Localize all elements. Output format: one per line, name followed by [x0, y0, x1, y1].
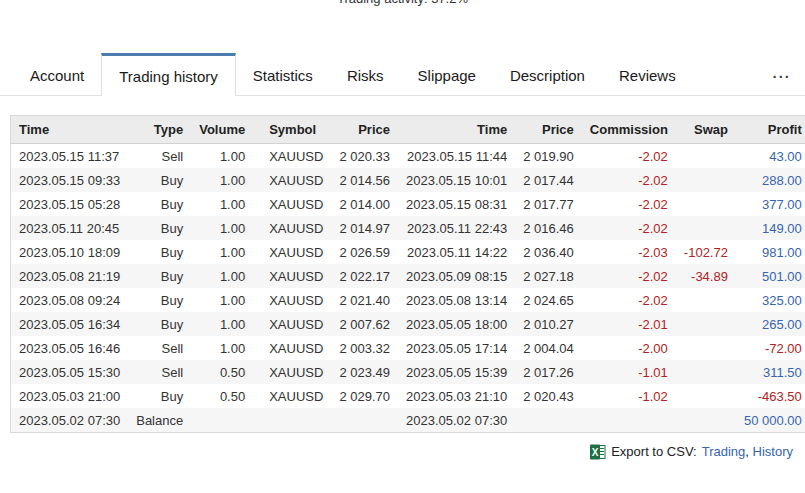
cell-time-close: 2023.05.05 18:00 — [398, 312, 515, 336]
tab-description[interactable]: Description — [493, 53, 602, 95]
cell-price-close: 2 024.65 — [515, 288, 582, 312]
excel-icon[interactable]: X — [590, 444, 606, 460]
cell-price-open: 2 014.56 — [331, 168, 398, 192]
cell-swap — [676, 336, 736, 360]
cell-symbol: XAUUSD — [253, 192, 331, 216]
cell-profit: 311.50 — [736, 360, 805, 384]
cell-swap — [676, 144, 736, 169]
cell-time-close: 2023.05.08 13:14 — [398, 288, 515, 312]
cell-commission: -2.02 — [582, 216, 676, 240]
cell-price-close: 2 017.77 — [515, 192, 582, 216]
cell-price-close: 2 027.18 — [515, 264, 582, 288]
table-row: 2023.05.02 07:30Balance2023.05.02 07:305… — [11, 408, 805, 433]
export-bar: X Export to CSV: Trading, History — [590, 443, 793, 460]
cell-symbol: XAUUSD — [253, 312, 331, 336]
cell-commission: -1.01 — [582, 360, 676, 384]
svg-text:X: X — [592, 446, 599, 457]
cell-type: Buy — [128, 216, 191, 240]
cell-profit: 288.00 — [736, 168, 805, 192]
cell-symbol: XAUUSD — [253, 264, 331, 288]
cell-swap — [676, 288, 736, 312]
cell-type: Buy — [128, 240, 191, 264]
cell-volume: 1.00 — [191, 192, 253, 216]
cell-commission: -2.00 — [582, 336, 676, 360]
cell-price-open: 2 023.49 — [331, 360, 398, 384]
column-header-price-close: Price — [515, 116, 582, 144]
column-header-swap: Swap — [676, 116, 736, 144]
cell-volume: 1.00 — [191, 312, 253, 336]
column-header-volume: Volume — [191, 116, 253, 144]
tab-reviews[interactable]: Reviews — [602, 53, 693, 95]
cell-type: Buy — [128, 312, 191, 336]
cell-swap — [676, 216, 736, 240]
cell-commission: -2.02 — [582, 168, 676, 192]
export-link-history[interactable]: History — [753, 444, 793, 459]
cell-price-close: 2 010.27 — [515, 312, 582, 336]
tab-account[interactable]: Account — [13, 53, 101, 95]
cell-volume: 1.00 — [191, 144, 253, 169]
cell-swap — [676, 312, 736, 336]
cell-time-open: 2023.05.05 16:34 — [11, 312, 129, 336]
table-header-row: TimeTypeVolumeSymbolPriceTimePriceCommis… — [11, 116, 805, 144]
cell-profit: 981.00 — [736, 240, 805, 264]
tab-bar: AccountTrading historyStatisticsRisksSli… — [0, 53, 805, 96]
cell-symbol: XAUUSD — [253, 240, 331, 264]
cell-symbol: XAUUSD — [253, 384, 331, 408]
cell-volume: 1.00 — [191, 216, 253, 240]
cell-time-open: 2023.05.08 09:24 — [11, 288, 129, 312]
cell-commission — [582, 408, 676, 433]
cell-volume: 0.50 — [191, 384, 253, 408]
table-row: 2023.05.05 16:46Sell1.00XAUUSD2 003.3220… — [11, 336, 805, 360]
cell-time-close: 2023.05.05 17:14 — [398, 336, 515, 360]
cell-volume — [191, 408, 253, 433]
cell-profit: 43.00 — [736, 144, 805, 169]
cell-time-close: 2023.05.09 08:15 — [398, 264, 515, 288]
cell-time-open: 2023.05.03 21:00 — [11, 384, 129, 408]
column-header-commission: Commission — [582, 116, 676, 144]
more-tabs-button[interactable]: ... — [772, 65, 791, 84]
cell-commission: -2.02 — [582, 144, 676, 169]
cell-symbol — [253, 408, 331, 433]
table-row: 2023.05.08 09:24Buy1.00XAUUSD2 021.40202… — [11, 288, 805, 312]
cell-symbol: XAUUSD — [253, 336, 331, 360]
cell-volume: 1.00 — [191, 336, 253, 360]
tab-trading-history[interactable]: Trading history — [101, 53, 236, 96]
tab-slippage[interactable]: Slippage — [401, 53, 493, 95]
cell-time-close: 2023.05.11 14:22 — [398, 240, 515, 264]
cell-type: Buy — [128, 264, 191, 288]
cell-time-open: 2023.05.11 20:45 — [11, 216, 129, 240]
cell-symbol: XAUUSD — [253, 168, 331, 192]
cell-volume: 0.50 — [191, 360, 253, 384]
cell-time-open: 2023.05.10 18:09 — [11, 240, 129, 264]
export-links-separator: , — [745, 444, 749, 459]
table-row: 2023.05.05 15:30Sell0.50XAUUSD2 023.4920… — [11, 360, 805, 384]
cell-time-open: 2023.05.15 11:37 — [11, 144, 129, 169]
cell-profit: 265.00 — [736, 312, 805, 336]
cell-price-close: 2 016.46 — [515, 216, 582, 240]
cell-type: Buy — [128, 288, 191, 312]
cell-time-close: 2023.05.02 07:30 — [398, 408, 515, 433]
column-header-symbol: Symbol — [253, 116, 331, 144]
export-link-trading[interactable]: Trading — [702, 444, 746, 459]
cell-time-close: 2023.05.05 15:39 — [398, 360, 515, 384]
cell-symbol: XAUUSD — [253, 216, 331, 240]
cell-time-open: 2023.05.15 05:28 — [11, 192, 129, 216]
cell-price-open: 2 021.40 — [331, 288, 398, 312]
cell-price-open: 2 014.97 — [331, 216, 398, 240]
cell-swap: -34.89 — [676, 264, 736, 288]
cell-price-close: 2 017.44 — [515, 168, 582, 192]
cell-commission: -2.03 — [582, 240, 676, 264]
export-label: Export to CSV: — [611, 444, 697, 459]
cell-type: Sell — [128, 336, 191, 360]
table-row: 2023.05.15 11:37Sell1.00XAUUSD2 020.3320… — [11, 144, 805, 169]
table-row: 2023.05.15 05:28Buy1.00XAUUSD2 014.00202… — [11, 192, 805, 216]
cell-time-close: 2023.05.11 22:43 — [398, 216, 515, 240]
tab-risks[interactable]: Risks — [330, 53, 401, 95]
table-row: 2023.05.11 20:45Buy1.00XAUUSD2 014.97202… — [11, 216, 805, 240]
cell-profit: -72.00 — [736, 336, 805, 360]
tab-statistics[interactable]: Statistics — [236, 53, 330, 95]
column-header-time-open: Time — [11, 116, 129, 144]
cell-volume: 1.00 — [191, 264, 253, 288]
cell-type: Sell — [128, 360, 191, 384]
cell-commission: -1.02 — [582, 384, 676, 408]
